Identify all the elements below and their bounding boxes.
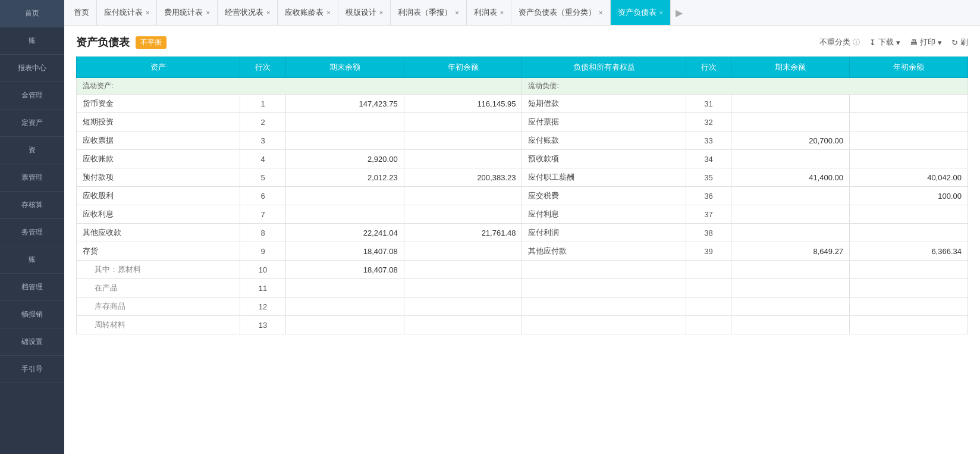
row-number: 5: [240, 168, 285, 187]
close-icon[interactable]: ×: [455, 9, 458, 16]
download-label: 下载: [878, 37, 894, 48]
table-row: 库存商品 12: [77, 298, 968, 316]
period-end-amount-right: [731, 95, 850, 113]
sidebar-item-fixed-assets[interactable]: 定资产: [0, 109, 64, 137]
sidebar-item-fund[interactable]: 金管理: [0, 82, 64, 109]
sidebar-item-ticket[interactable]: 票管理: [0, 164, 64, 192]
page-title: 资产负债表: [76, 35, 130, 49]
tab-profit-quarterly[interactable]: 利润表（季报） ×: [391, 0, 466, 25]
table-row: 其中：原材料 10 18,407.08: [77, 261, 968, 279]
tab-receivable-aging[interactable]: 应收账龄表 ×: [278, 0, 338, 25]
header-year-start2: 年初余额: [850, 57, 968, 78]
close-icon[interactable]: ×: [206, 9, 209, 16]
year-start-amount-right: [850, 316, 968, 334]
tab-home[interactable]: 首页: [67, 0, 97, 25]
close-icon[interactable]: ×: [500, 9, 504, 16]
header-row-num2: 行次: [686, 57, 731, 78]
year-start-amount-right: 40,042.00: [850, 168, 968, 187]
table-row: 存货 9 18,407.08 其他应付款 39 8,649.27 6,366.3…: [77, 242, 968, 261]
tab-scroll-right[interactable]: ▶: [671, 7, 687, 18]
print-button[interactable]: 🖶 打印 ▾: [910, 37, 942, 48]
close-icon[interactable]: ×: [659, 9, 663, 16]
download-button[interactable]: ↧ 下载 ▾: [869, 37, 900, 48]
page-header: 资产负债表 不平衡 不重分类 ⓘ ↧ 下载 ▾ 🖶 打印 ▾: [76, 35, 968, 49]
refresh-button[interactable]: ↻ 刷: [951, 37, 968, 48]
asset-label: 应收票据: [77, 131, 240, 150]
year-start-amount-right: 6,366.34: [850, 242, 968, 261]
close-icon[interactable]: ×: [599, 9, 602, 16]
section-left-label: 流动资产:: [77, 78, 522, 95]
asset-label: 库存商品: [77, 298, 240, 316]
tab-balance-reclassified[interactable]: 资产负债表（重分类） ×: [511, 0, 610, 25]
sidebar-item-guide[interactable]: 手引导: [0, 356, 64, 383]
sidebar-item-reports[interactable]: 报表中心: [0, 55, 64, 82]
help-icon: ⓘ: [853, 37, 860, 48]
asset-label: 预付款项: [77, 168, 240, 187]
liab-label: [522, 261, 686, 279]
sidebar-item-ledger[interactable]: 账: [0, 246, 64, 274]
year-start-amount: 200,383.23: [404, 168, 522, 187]
period-end-amount-right: [731, 279, 850, 298]
header-period-end2: 期末余额: [731, 57, 850, 78]
row-number-right: [686, 298, 731, 316]
year-start-amount-right: [850, 113, 968, 131]
sidebar-item-inventory[interactable]: 存核算: [0, 192, 64, 219]
asset-label: 其中：原材料: [77, 261, 240, 279]
tab-profit[interactable]: 利润表 ×: [467, 0, 511, 25]
tab-payable-stats[interactable]: 应付统计表 ×: [97, 0, 157, 25]
liab-label: [522, 298, 686, 316]
table-row: 在产品 11: [77, 279, 968, 298]
tab-operations[interactable]: 经营状况表 ×: [218, 0, 278, 25]
sidebar-item-settings[interactable]: 础设置: [0, 328, 64, 356]
asset-label: 应收利息: [77, 205, 240, 224]
row-number-right: 31: [686, 95, 731, 113]
period-end-amount-right: [731, 187, 850, 205]
period-end-amount: 2,012.23: [285, 168, 404, 187]
row-number-right: 35: [686, 168, 731, 187]
tab-balance-sheet[interactable]: 资产负债表 ×: [611, 0, 671, 25]
period-end-amount: [285, 113, 404, 131]
year-start-amount: [404, 131, 522, 150]
tab-expense-stats[interactable]: 费用统计表 ×: [157, 0, 217, 25]
sidebar-item-home[interactable]: 首页: [0, 0, 64, 27]
row-number-right: 34: [686, 150, 731, 168]
header-row-num: 行次: [240, 57, 285, 78]
dropdown-icon: ▾: [896, 38, 900, 47]
sidebar-item-expense[interactable]: 畅报销: [0, 301, 64, 328]
period-end-amount-right: 20,700.00: [731, 131, 850, 150]
year-start-amount-right: [850, 224, 968, 242]
close-icon[interactable]: ×: [266, 9, 270, 16]
year-start-amount-right: [850, 95, 968, 113]
table-row: 应收股利 6 应交税费 36 100.00: [77, 187, 968, 205]
close-icon[interactable]: ×: [379, 9, 383, 16]
table-row: 其他应收款 8 22,241.04 21,761.48 应付利润 38: [77, 224, 968, 242]
asset-label: 周转材料: [77, 316, 240, 334]
tab-template-design[interactable]: 模版设计 ×: [338, 0, 391, 25]
liab-label: [522, 316, 686, 334]
liab-label: 短期借款: [522, 95, 686, 113]
row-number-right: 37: [686, 205, 731, 224]
row-number-right: 36: [686, 187, 731, 205]
period-end-amount: [285, 316, 404, 334]
period-end-amount: 2,920.00: [285, 150, 404, 168]
row-number: 2: [240, 113, 285, 131]
sidebar-item-account[interactable]: 账: [0, 27, 64, 55]
header-year-start: 年初余额: [404, 57, 522, 78]
sidebar-item-archive[interactable]: 档管理: [0, 274, 64, 301]
period-end-amount: 147,423.75: [285, 95, 404, 113]
year-start-amount-right: 100.00: [850, 187, 968, 205]
year-start-amount-right: [850, 279, 968, 298]
close-icon[interactable]: ×: [146, 9, 149, 16]
asset-label: 应收账款: [77, 150, 240, 168]
period-end-amount-right: [731, 261, 850, 279]
sidebar-item-affairs[interactable]: 务管理: [0, 219, 64, 246]
close-icon[interactable]: ×: [326, 9, 330, 16]
unbalanced-badge: 不平衡: [136, 36, 167, 49]
sidebar-item-capital[interactable]: 资: [0, 137, 64, 164]
year-start-amount: [404, 113, 522, 131]
period-end-amount: [285, 187, 404, 205]
period-end-amount-right: 41,400.00: [731, 168, 850, 187]
classify-button[interactable]: 不重分类 ⓘ: [819, 37, 860, 48]
table-row: 应收票据 3 应付账款 33 20,700.00: [77, 131, 968, 150]
liab-label: 应付票据: [522, 113, 686, 131]
